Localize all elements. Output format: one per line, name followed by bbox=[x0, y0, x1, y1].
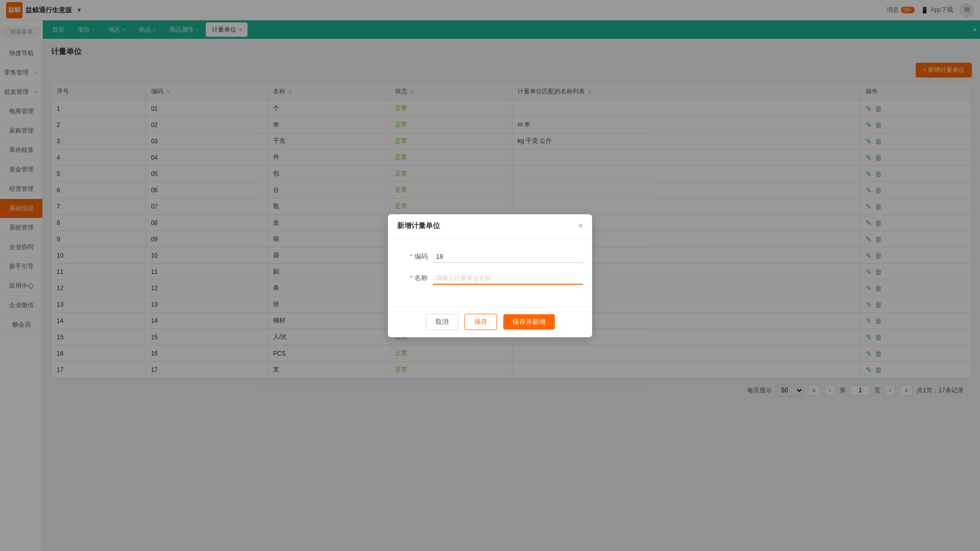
code-input[interactable] bbox=[433, 251, 583, 263]
modal-header: 新增计量单位 × bbox=[388, 214, 592, 238]
form-row-code: 编码 bbox=[397, 251, 583, 263]
add-unit-modal: 新增计量单位 × 编码 名称 取消 保存 保存并新增 bbox=[388, 214, 592, 337]
modal-title: 新增计量单位 bbox=[397, 221, 440, 231]
modal-close-btn[interactable]: × bbox=[578, 221, 583, 231]
name-input[interactable] bbox=[433, 272, 583, 285]
cancel-button[interactable]: 取消 bbox=[426, 314, 458, 330]
code-label: 编码 bbox=[397, 252, 428, 261]
modal-footer: 取消 保存 保存并新增 bbox=[388, 306, 592, 337]
name-label: 名称 bbox=[397, 273, 428, 283]
save-and-new-button[interactable]: 保存并新增 bbox=[503, 314, 555, 330]
save-button[interactable]: 保存 bbox=[464, 314, 497, 330]
modal-overlay: 新增计量单位 × 编码 名称 取消 保存 保存并新增 bbox=[0, 0, 980, 551]
form-row-name: 名称 bbox=[397, 272, 583, 285]
modal-body: 编码 名称 bbox=[388, 238, 592, 306]
